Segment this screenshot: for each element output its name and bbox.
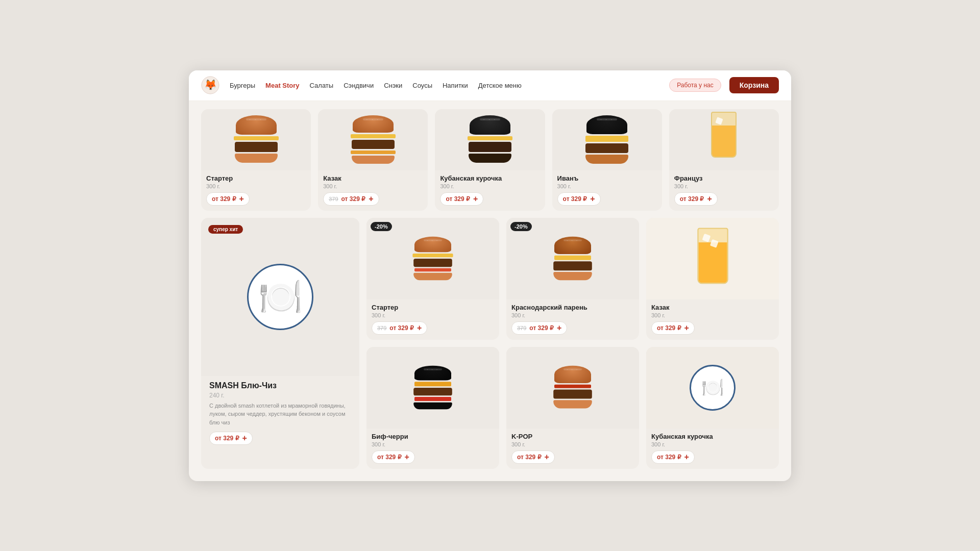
plus-icon: +: [684, 453, 689, 461]
card-body: Казак 300 г. от 329 ₽ +: [646, 299, 779, 340]
card-weight: 300 г.: [511, 441, 634, 447]
plus-icon: +: [545, 453, 549, 461]
plus-icon: +: [242, 434, 247, 442]
product-grid: -20% Стартер 300 г: [366, 218, 779, 469]
middle-section: супер хит 🍽️ SMASH Блю-Чиз 240 г. С двой…: [201, 218, 779, 469]
featured-add-to-cart[interactable]: от 329 ₽ +: [209, 432, 253, 445]
nav-sauces[interactable]: Соусы: [412, 82, 432, 89]
add-to-cart-button[interactable]: от 329 ₽ +: [440, 192, 483, 206]
plus-icon: +: [369, 195, 373, 203]
grid-card-kazak-drink: Казак 300 г. от 329 ₽ +: [646, 218, 779, 340]
card-title: Стартер: [206, 174, 306, 182]
old-price: 379: [329, 196, 338, 202]
plus-icon: +: [417, 324, 422, 332]
card-image: [201, 109, 311, 170]
food-bowl-image: 🍽️: [247, 264, 313, 330]
add-to-cart-button[interactable]: от 329 ₽ +: [511, 450, 555, 464]
add-to-cart-button[interactable]: 379 от 329 ₽ +: [511, 321, 567, 335]
card-image: [669, 109, 779, 170]
card-weight: 300 г.: [372, 441, 494, 447]
plus-icon: +: [473, 195, 478, 203]
card-body: Француз 300 г. от 329 ₽ +: [669, 170, 779, 211]
cart-button[interactable]: Корзина: [729, 77, 779, 93]
add-to-cart-button[interactable]: 379 от 329 ₽ +: [323, 192, 379, 206]
nav-sandwiches[interactable]: Сэндвичи: [344, 82, 374, 89]
card-image: [318, 109, 428, 170]
plus-icon: +: [684, 324, 689, 332]
nav-meat-story[interactable]: Meat Story: [265, 82, 299, 89]
card-title: Иванъ: [557, 174, 657, 182]
old-price: 379: [377, 325, 386, 331]
plus-icon: +: [590, 195, 595, 203]
featured-image: 🍽️: [201, 218, 359, 376]
price-label: от 329 ₽: [680, 195, 704, 203]
logo[interactable]: 🦊: [201, 76, 219, 94]
top-card-kubanskaya: Кубанская курочка 300 г. от 329 ₽ +: [435, 109, 545, 211]
card-weight: 300 г.: [372, 312, 494, 318]
card-title: Казак: [651, 304, 774, 311]
card-title: Краснодарский парень: [511, 304, 634, 311]
add-to-cart-button[interactable]: от 329 ₽ +: [651, 321, 695, 335]
card-image: 🍽️: [646, 347, 779, 429]
price-label: от 329 ₽: [563, 195, 587, 203]
featured-title: SMASH Блю-Чиз: [209, 381, 351, 390]
work-button[interactable]: Работа у нас: [669, 79, 721, 92]
main-content: Стартер 300 г. от 329 ₽ +: [189, 101, 791, 481]
card-body: K-POP 300 г. от 329 ₽ +: [506, 429, 639, 469]
browser-window: 🦊 Бургеры Meat Story Салаты Сэндвичи Снэ…: [189, 70, 791, 481]
card-weight: 300 г.: [440, 183, 540, 189]
card-title: Кубанская курочка: [651, 433, 774, 440]
price-label: от 329 ₽: [341, 195, 366, 203]
discount-badge: -20%: [510, 222, 532, 231]
discount-badge: -20%: [371, 222, 392, 231]
price-label: от 329 ₽: [529, 324, 554, 332]
card-title: Биф-черри: [372, 433, 494, 440]
top-card-kazak: Казак 300 г. 379 от 329 ₽ +: [318, 109, 428, 211]
nav-salads[interactable]: Салаты: [310, 82, 334, 89]
card-title: Кубанская курочка: [440, 174, 540, 182]
price-label: от 329 ₽: [657, 324, 681, 332]
card-image: [506, 347, 639, 429]
card-weight: 300 г.: [651, 441, 774, 447]
card-weight: 300 г.: [511, 312, 634, 318]
add-to-cart-button[interactable]: от 329 ₽ +: [372, 450, 415, 464]
price-label: от 329 ₽: [446, 195, 470, 203]
card-title: K-POP: [511, 433, 634, 440]
add-to-cart-button[interactable]: от 329 ₽ +: [206, 192, 250, 206]
card-body: Иванъ 300 г. от 329 ₽ +: [552, 170, 662, 211]
nav-drinks[interactable]: Напитки: [443, 82, 468, 89]
grid-card-starter: -20% Стартер 300 г: [366, 218, 499, 340]
nav-burgers[interactable]: Бургеры: [230, 82, 255, 89]
plus-icon: +: [405, 453, 409, 461]
grid-card-kubanskaya-2: 🍽️ Кубанская курочка 300 г. от 329 ₽ +: [646, 347, 779, 469]
card-body: Стартер 300 г. 379 от 329 ₽ +: [366, 299, 499, 340]
nav-kids-menu[interactable]: Детское меню: [478, 82, 522, 89]
card-body: Стартер 300 г. от 329 ₽ +: [201, 170, 311, 211]
plus-icon: +: [557, 324, 561, 332]
old-price: 379: [517, 325, 526, 331]
card-title: Стартер: [372, 304, 494, 311]
grid-card-bif-cherry: Биф-черри 300 г. от 329 ₽ +: [366, 347, 499, 469]
add-to-cart-button[interactable]: от 329 ₽ +: [557, 192, 601, 206]
card-weight: 300 г.: [674, 183, 774, 189]
card-body: Казак 300 г. 379 от 329 ₽ +: [318, 170, 428, 211]
price-label: от 329 ₽: [215, 435, 239, 442]
add-to-cart-button[interactable]: от 329 ₽ +: [674, 192, 718, 206]
plus-icon: +: [707, 195, 712, 203]
nav-links: Бургеры Meat Story Салаты Сэндвичи Снэки…: [230, 82, 669, 89]
card-title: Француз: [674, 174, 774, 182]
card-weight: 300 г.: [323, 183, 423, 189]
card-weight: 300 г.: [557, 183, 657, 189]
card-body: Кубанская курочка 300 г. от 329 ₽ +: [435, 170, 545, 211]
featured-card: супер хит 🍽️ SMASH Блю-Чиз 240 г. С двой…: [201, 218, 359, 469]
add-to-cart-button[interactable]: от 329 ₽ +: [651, 450, 695, 464]
top-product-row: Стартер 300 г. от 329 ₽ +: [201, 109, 779, 211]
nav-snacks[interactable]: Снэки: [384, 82, 402, 89]
top-card-ivan: Иванъ 300 г. от 329 ₽ +: [552, 109, 662, 211]
card-body: Краснодарский парень 300 г. 379 от 329 ₽…: [506, 299, 639, 340]
grid-card-krasnodar: -20% Краснодарский парень 300 г.: [506, 218, 639, 340]
grid-row-2: Биф-черри 300 г. от 329 ₽ +: [366, 347, 779, 469]
svg-text:🦊: 🦊: [204, 79, 217, 91]
add-to-cart-button[interactable]: 379 от 329 ₽ +: [372, 321, 427, 335]
super-hit-badge: супер хит: [208, 225, 243, 234]
